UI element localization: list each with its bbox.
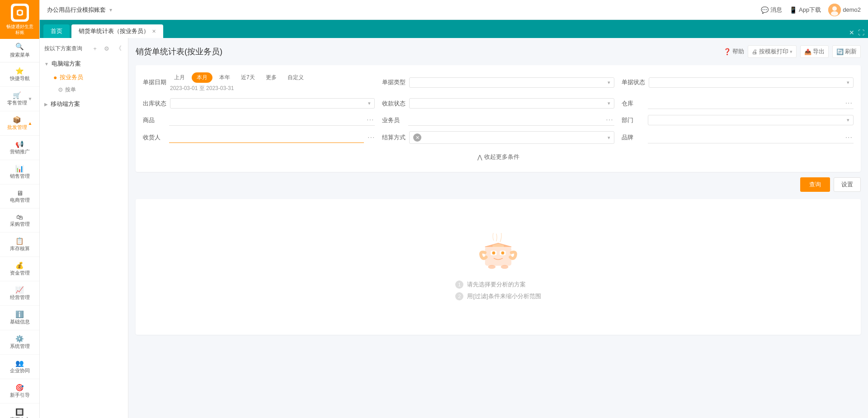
sidebar-item-newuser[interactable]: 🎯 新手引导 <box>0 379 39 404</box>
desktop-section-triangle: ▼ <box>44 62 49 66</box>
setting-button[interactable]: 设置 <box>834 177 861 192</box>
date-btn-custom[interactable]: 自定义 <box>283 72 308 83</box>
settlement-select[interactable]: ✕ ▾ <box>409 131 614 144</box>
scheme-by-salesman[interactable]: ● 按业务员 <box>40 71 128 84</box>
department-select[interactable]: ▾ <box>648 115 854 125</box>
sidebar-item-finance[interactable]: 💰 资金管理 <box>0 257 39 281</box>
purchase-icon: 🛍 <box>16 213 23 221</box>
date-btn-thisyear[interactable]: 本年 <box>215 72 234 83</box>
help-icon: ❓ <box>723 48 731 55</box>
consignee-more-icon[interactable]: ··· <box>368 134 375 141</box>
sidebar-item-inventory[interactable]: 📋 库存核算 <box>0 233 39 257</box>
scheme-by-order[interactable]: ⚙ 按单 <box>40 84 128 95</box>
add-scheme-button[interactable]: + <box>90 43 100 53</box>
sidebar-item-marketing[interactable]: 📢 营销推广 <box>0 136 39 160</box>
search-icon: 🔍 <box>15 43 24 51</box>
svg-point-4 <box>831 11 838 16</box>
receipt-status-select[interactable]: ▾ <box>409 98 614 109</box>
sidebar-marketing-label: 营销推广 <box>10 148 30 155</box>
topbar-dropdown-icon[interactable]: ▾ <box>109 7 112 13</box>
help-button[interactable]: ❓ 帮助 <box>723 48 744 56</box>
sidebar-item-collab[interactable]: 👥 企业协同 <box>0 355 39 379</box>
order-scheme-label: 按单 <box>65 86 76 94</box>
doc-type-label: 单据类型 <box>382 78 406 86</box>
sidebar-item-sysadmin[interactable]: ⚙️ 系统管理 <box>0 330 39 355</box>
quicknav-icon: ⭐ <box>15 67 24 75</box>
print-label: 按模板打印 <box>759 48 788 56</box>
collapse-filter-button[interactable]: ⋀ 收起更多条件 <box>143 149 854 165</box>
message-button[interactable]: 💬 消息 <box>761 6 782 14</box>
sidebar-item-retail[interactable]: 🛒 零售管理 ▼ <box>0 87 39 111</box>
user-avatar-area[interactable]: demo2 <box>828 4 861 16</box>
mobile-section-title[interactable]: ▶ 移动端方案 <box>40 97 128 111</box>
desktop-section: ▼ 电脑端方案 ● 按业务员 ⚙ 按单 <box>40 57 128 95</box>
sidebar-item-search[interactable]: 🔍 搜索菜单 <box>0 39 39 62</box>
collapse-panel-button[interactable]: 《 <box>113 43 123 53</box>
export-icon: 📤 <box>804 48 811 55</box>
print-arrow-icon: ▾ <box>790 49 793 55</box>
department-arrow-icon: ▾ <box>847 117 849 123</box>
app-download-label: App下载 <box>799 6 821 14</box>
app-download-button[interactable]: 📱 App下载 <box>789 6 821 14</box>
marketing-icon: 📢 <box>15 140 24 148</box>
sidebar-item-purchase[interactable]: 🛍 采购管理 <box>0 209 39 233</box>
sidebar-retail-label: 零售管理 <box>7 100 27 106</box>
sidebar-item-quicknav[interactable]: ⭐ 快捷导航 <box>0 62 39 87</box>
date-btn-lastmonth[interactable]: 上月 <box>170 72 189 83</box>
filter-settlement: 结算方式 ✕ ▾ <box>382 131 614 144</box>
settings-scheme-button[interactable]: ⚙ <box>102 43 112 53</box>
doc-type-select[interactable]: ▾ <box>409 77 614 88</box>
refresh-button[interactable]: 🔄 刷新 <box>832 45 861 58</box>
topbar-right: 💬 消息 📱 App下载 demo2 <box>761 4 861 16</box>
filter-row-4: 收货人 ··· 结算方式 ✕ ▾ 品牌 <box>143 131 854 144</box>
page-title-area: 销货单统计表(按业务员) ❓ 帮助 🖨 按模板打印 ▾ 📤 导出 <box>136 45 861 58</box>
consignee-input[interactable] <box>169 132 364 143</box>
warehouse-more-icon[interactable]: ··· <box>845 100 853 107</box>
date-btn-7days[interactable]: 近7天 <box>237 72 259 83</box>
left-panel-title: 按以下方案查询 <box>44 45 82 52</box>
filter-department: 部门 ▾ <box>622 114 854 126</box>
sidebar-item-basicinfo[interactable]: ℹ️ 基础信息 <box>0 306 39 330</box>
retail-arrow: ▼ <box>28 96 33 101</box>
filter-row-3: 商品 ··· 业务员 ··· 部门 <box>143 114 854 126</box>
receipt-status-label: 收款状态 <box>382 100 406 108</box>
doc-status-arrow-icon: ▾ <box>847 80 849 86</box>
tab-maximize-button[interactable]: ⛶ <box>858 29 864 36</box>
ship-status-select[interactable]: ▾ <box>170 98 375 109</box>
product-more-icon[interactable]: ··· <box>367 116 374 124</box>
sidebar-item-sales[interactable]: 📊 销售管理 <box>0 160 39 185</box>
sidebar-item-appcenter[interactable]: 🔲 应用中心 <box>0 404 39 418</box>
empty-tips: 1 请先选择要分析的方案 2 用[过滤]条件来缩小分析范围 <box>455 280 541 300</box>
settlement-label: 结算方式 <box>382 133 406 142</box>
date-btn-thismonth[interactable]: 本月 <box>192 72 212 83</box>
sidebar-item-operations[interactable]: 📈 经营管理 <box>0 281 39 306</box>
sidebar-logo[interactable]: 畅捷通好生意 标账 <box>0 0 39 39</box>
tab-close-button[interactable]: ✕ <box>849 29 854 36</box>
export-button[interactable]: 📤 导出 <box>800 45 829 58</box>
brand-more-icon[interactable]: ··· <box>845 134 853 141</box>
brand-input-area: ··· <box>648 132 854 143</box>
doc-status-label: 单据状态 <box>622 78 645 86</box>
tab-sales-stat[interactable]: 销货单统计表（按业务员） ✕ <box>71 24 163 38</box>
query-button[interactable]: 查询 <box>800 177 830 192</box>
date-filter-controls: 上月 本月 本年 近7天 更多 自定义 2023-03-01 至 2023-03… <box>170 72 375 92</box>
sidebar-ecommerce-label: 电商管理 <box>10 197 30 204</box>
date-btn-more[interactable]: 更多 <box>262 72 281 83</box>
tab-home[interactable]: 首页 <box>43 24 70 38</box>
filter-warehouse: 仓库 ··· <box>622 98 854 109</box>
refresh-icon: 🔄 <box>836 48 844 55</box>
settlement-clear-button[interactable]: ✕ <box>413 133 421 142</box>
left-panel-actions: + ⚙ 《 <box>90 43 123 53</box>
sidebar-item-ecommerce[interactable]: 🖥 电商管理 <box>0 185 39 209</box>
mobile-section-triangle: ▶ <box>44 102 48 107</box>
print-button[interactable]: 🖨 按模板打印 ▾ <box>748 45 797 58</box>
sidebar-item-wholesale[interactable]: 📦 批发管理 ▲ <box>0 111 39 136</box>
filter-ship-status: 出库状态 ▾ <box>143 98 375 109</box>
salesman-more-icon[interactable]: ··· <box>606 116 613 124</box>
data-area: 1 请先选择要分析的方案 2 用[过滤]条件来缩小分析范围 <box>136 199 861 335</box>
left-panel: 按以下方案查询 + ⚙ 《 ▼ 电脑端方案 <box>40 38 128 418</box>
filter-salesman: 业务员 ··· <box>382 114 614 126</box>
doc-status-select[interactable]: ▾ <box>649 77 854 88</box>
tab-close-icon[interactable]: ✕ <box>152 28 156 34</box>
desktop-section-title[interactable]: ▼ 电脑端方案 <box>40 57 128 71</box>
